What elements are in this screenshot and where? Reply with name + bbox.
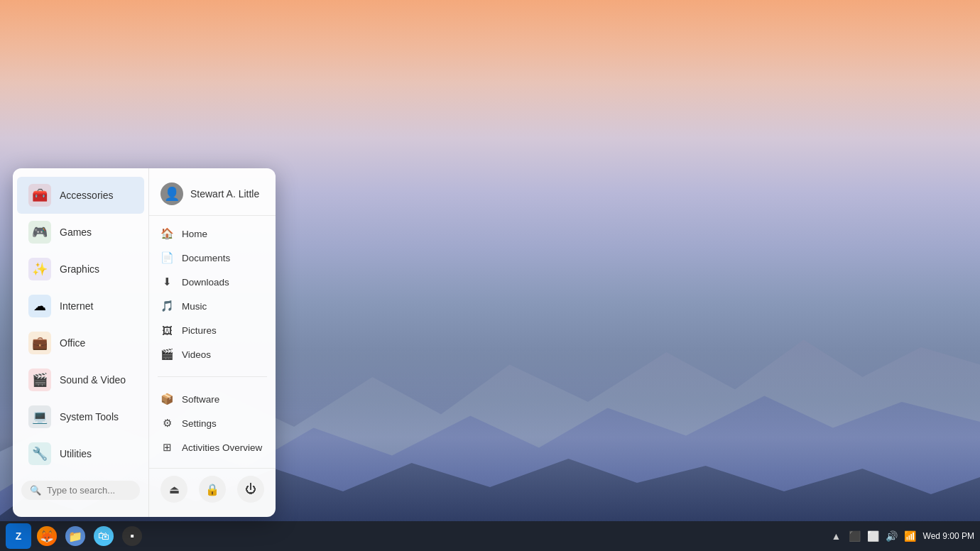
sound-video-category-label: Sound & Video	[60, 374, 126, 386]
user-name: Stewart A. Little	[190, 188, 259, 200]
files-icon: 📁	[65, 526, 85, 546]
games-category-icon: 🎮	[28, 221, 51, 244]
videos-label: Videos	[182, 349, 211, 360]
search-wrap: 🔍	[21, 481, 140, 500]
home-label: Home	[182, 229, 207, 239]
search-icon: 🔍	[30, 485, 41, 496]
taskbar-datetime: Wed 9:00 PM	[923, 531, 974, 541]
accessories-category-label: Accessories	[60, 190, 113, 201]
pictures-label: Pictures	[182, 325, 217, 336]
search-area: 🔍	[13, 475, 148, 508]
search-input[interactable]	[47, 485, 131, 496]
software-label: Software	[182, 394, 219, 405]
avatar: 👤	[160, 182, 183, 205]
sidebar-item-office[interactable]: 💼Office	[17, 324, 144, 361]
system-tools-category-icon: 💻	[28, 405, 51, 428]
places-list: 🏠Home📄Documents⬇Downloads🎵Music🖼Pictures…	[149, 216, 276, 372]
menu-item-music[interactable]: 🎵Music	[149, 294, 276, 318]
settings-icon: ⚙	[160, 417, 173, 430]
software-icon: 📦	[160, 393, 173, 405]
lock-button[interactable]: 🔒	[199, 476, 226, 503]
taskbar-files[interactable]: 📁	[62, 523, 88, 549]
sidebar-item-sound-video[interactable]: 🎬Sound & Video	[17, 361, 144, 398]
activities-label: Activities Overview	[182, 442, 262, 453]
taskbar-software[interactable]: 🛍	[91, 523, 116, 549]
tray-network-icon[interactable]: 📶	[903, 529, 918, 543]
utilities-category-label: Utilities	[60, 448, 92, 459]
sidebar-item-accessories[interactable]: 🧰Accessories	[17, 177, 144, 214]
tray-volume-icon[interactable]: 🔊	[885, 529, 899, 543]
taskbar-right: ▲ ⬛ ⬜ 🔊 📶 Wed 9:00 PM	[829, 529, 974, 543]
taskbar-terminal[interactable]: ▪	[119, 523, 145, 549]
avatar-icon: 👤	[164, 186, 180, 202]
sidebar-item-internet[interactable]: ☁Internet	[17, 288, 144, 324]
settings-label: Settings	[182, 418, 217, 429]
menu-item-downloads[interactable]: ⬇Downloads	[149, 270, 276, 294]
games-category-label: Games	[60, 227, 92, 238]
graphics-category-icon: ✨	[28, 258, 51, 280]
internet-category-icon: ☁	[28, 295, 51, 317]
menu-divider-1	[158, 376, 267, 377]
taskbar-firefox[interactable]: 🦊	[34, 523, 60, 549]
office-category-icon: 💼	[28, 332, 51, 354]
menu-right-panel: 👤 Stewart A. Little 🏠Home📄Documents⬇Down…	[149, 168, 276, 517]
firefox-icon: 🦊	[37, 526, 57, 546]
user-section: 👤 Stewart A. Little	[149, 177, 276, 216]
documents-icon: 📄	[160, 251, 173, 264]
downloads-icon: ⬇	[160, 276, 173, 288]
categories-list: 🧰Accessories🎮Games✨Graphics☁Internet💼Off…	[13, 177, 148, 472]
tray-display2-icon[interactable]: ⬜	[866, 529, 881, 543]
menu-categories-panel: 🧰Accessories🎮Games✨Graphics☁Internet💼Off…	[13, 168, 149, 517]
graphics-category-label: Graphics	[60, 263, 99, 275]
office-category-label: Office	[60, 337, 85, 349]
downloads-label: Downloads	[182, 277, 229, 288]
menu-item-home[interactable]: 🏠Home	[149, 222, 276, 246]
desktop: 🧰Accessories🎮Games✨Graphics☁Internet💼Off…	[0, 0, 980, 551]
activities-icon: ⊞	[160, 441, 173, 454]
videos-icon: 🎬	[160, 348, 173, 361]
sidebar-item-games[interactable]: 🎮Games	[17, 214, 144, 251]
menu-item-pictures[interactable]: 🖼Pictures	[149, 318, 276, 342]
documents-label: Documents	[182, 253, 230, 263]
terminal-icon: ▪	[122, 526, 142, 546]
sidebar-item-graphics[interactable]: ✨Graphics	[17, 251, 144, 288]
utilities-category-icon: 🔧	[28, 442, 51, 465]
action-buttons: ⏏🔒⏻	[149, 468, 276, 508]
sound-video-category-icon: 🎬	[28, 369, 51, 391]
music-icon: 🎵	[160, 300, 173, 312]
power-button[interactable]: ⏻	[237, 476, 264, 503]
taskbar: Z 🦊 📁 🛍 ▪ ▲ ⬛ ⬜ 🔊	[0, 521, 980, 551]
tray-display-icon[interactable]: ⬛	[848, 529, 862, 543]
software-icon: 🛍	[94, 526, 114, 546]
system-tools-category-label: System Tools	[60, 411, 119, 422]
system-list: 📦Software⚙Settings⊞Activities Overview	[149, 381, 276, 465]
internet-category-label: Internet	[60, 300, 93, 312]
start-menu: 🧰Accessories🎮Games✨Graphics☁Internet💼Off…	[13, 168, 276, 517]
taskbar-left: Z 🦊 📁 🛍 ▪	[6, 523, 145, 549]
home-icon: 🏠	[160, 227, 173, 240]
accessories-category-icon: 🧰	[28, 184, 51, 207]
menu-item-videos[interactable]: 🎬Videos	[149, 342, 276, 366]
sidebar-item-utilities[interactable]: 🔧Utilities	[17, 435, 144, 472]
suspend-button[interactable]: ⏏	[160, 476, 187, 503]
tray-up-icon[interactable]: ▲	[829, 529, 844, 543]
music-label: Music	[182, 301, 207, 312]
zorin-start-button[interactable]: Z	[6, 523, 31, 549]
zorin-logo: Z	[16, 530, 22, 542]
menu-item-settings[interactable]: ⚙Settings	[149, 411, 276, 435]
menu-item-activities[interactable]: ⊞Activities Overview	[149, 435, 276, 459]
menu-item-documents[interactable]: 📄Documents	[149, 246, 276, 270]
menu-item-software[interactable]: 📦Software	[149, 387, 276, 411]
pictures-icon: 🖼	[160, 324, 173, 337]
sidebar-item-system-tools[interactable]: 💻System Tools	[17, 398, 144, 435]
system-tray: ▲ ⬛ ⬜ 🔊 📶	[829, 529, 918, 543]
